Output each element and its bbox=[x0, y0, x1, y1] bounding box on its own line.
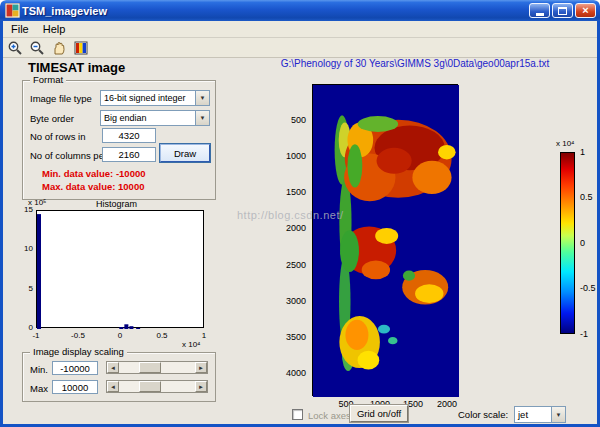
scaling-min-label: Min. bbox=[30, 364, 48, 375]
map-y-tick: 4000 bbox=[270, 368, 306, 378]
image-file-type-label: Image file type bbox=[30, 93, 92, 104]
page-title: TIMESAT image bbox=[28, 60, 125, 75]
color-scale-select[interactable]: jet ▼ bbox=[514, 406, 566, 423]
hist-x-tick: -0.5 bbox=[66, 331, 90, 340]
zoom-in-icon bbox=[7, 40, 23, 56]
chevron-down-icon[interactable]: ▼ bbox=[195, 111, 209, 125]
slider-track[interactable] bbox=[119, 381, 195, 392]
columns-label: No of columns per bbox=[30, 150, 107, 161]
byte-order-value: Big endian bbox=[101, 113, 195, 123]
slider-left-arrow-icon[interactable]: ◄ bbox=[107, 381, 119, 392]
slider-thumb[interactable] bbox=[139, 381, 161, 392]
byte-order-label: Byte order bbox=[30, 113, 74, 124]
hist-x-tick: -1 bbox=[24, 331, 48, 340]
min-data-value-text: Min. data value: -10000 bbox=[42, 168, 145, 179]
menu-help[interactable]: Help bbox=[36, 22, 73, 36]
map-y-tick: 1000 bbox=[270, 151, 306, 161]
scaling-max-label: Max bbox=[30, 383, 48, 394]
hist-x-exponent: x 10⁴ bbox=[182, 340, 201, 349]
pan-hand-icon bbox=[51, 40, 67, 56]
map-x-tick: 2000 bbox=[432, 399, 462, 409]
minimize-icon bbox=[536, 13, 544, 16]
hist-x-tick: 0.5 bbox=[150, 331, 174, 340]
histogram-bars bbox=[37, 211, 205, 329]
zoom-out-icon bbox=[29, 40, 45, 56]
close-button[interactable]: × bbox=[575, 3, 596, 18]
draw-button[interactable]: Draw bbox=[160, 144, 210, 162]
format-group-legend: Format bbox=[30, 74, 66, 85]
byte-order-select[interactable]: Big endian ▼ bbox=[100, 110, 210, 126]
slider-right-arrow-icon[interactable]: ► bbox=[195, 362, 207, 373]
scaling-min-input[interactable] bbox=[52, 361, 98, 375]
hist-y-tick: 15 bbox=[12, 205, 33, 214]
title-bar: TSM_imageview × bbox=[0, 0, 600, 21]
menu-bar: File Help bbox=[0, 21, 600, 38]
watermark-text: http://blog.csdn.net/ bbox=[237, 209, 344, 221]
toolbar bbox=[0, 38, 600, 58]
window-border-left bbox=[0, 21, 3, 427]
max-scale-slider[interactable]: ◄ ► bbox=[106, 380, 208, 393]
zoom-out-button[interactable] bbox=[27, 39, 46, 57]
maximize-icon bbox=[558, 7, 567, 15]
app-icon bbox=[5, 3, 20, 18]
lock-axes-label: Lock axes bbox=[308, 410, 351, 421]
image-file-type-select[interactable]: 16-bit signed integer ▼ bbox=[100, 90, 210, 106]
image-file-type-value: 16-bit signed integer bbox=[101, 93, 195, 103]
colorbar bbox=[560, 152, 575, 334]
scaling-group-legend: Image display scaling bbox=[30, 346, 127, 357]
app-window: TSM_imageview × File Help bbox=[0, 0, 600, 427]
map-y-tick: 3000 bbox=[270, 296, 306, 306]
scaling-max-input[interactable] bbox=[52, 380, 98, 394]
histogram-title: Histogram bbox=[96, 199, 137, 209]
slider-left-arrow-icon[interactable]: ◄ bbox=[107, 362, 119, 373]
pan-button[interactable] bbox=[49, 39, 68, 57]
file-path-text: G:\Phenology of 30 Years\GIMMS 3g\0Data\… bbox=[255, 58, 575, 69]
histogram-plot bbox=[36, 210, 204, 328]
maximize-button[interactable] bbox=[552, 3, 573, 18]
color-scale-value: jet bbox=[515, 409, 551, 420]
min-scale-slider[interactable]: ◄ ► bbox=[106, 361, 208, 374]
rows-input[interactable] bbox=[102, 128, 156, 143]
rows-label: No of rows in bbox=[30, 131, 85, 142]
hist-x-tick: 1 bbox=[192, 331, 216, 340]
color-scale-label: Color scale: bbox=[458, 409, 508, 420]
chevron-down-icon[interactable]: ▼ bbox=[195, 91, 209, 105]
map-y-tick: 2500 bbox=[270, 260, 306, 270]
world-map-image bbox=[313, 85, 459, 397]
colorbar-icon bbox=[73, 40, 89, 56]
hist-y-tick: 10 bbox=[12, 244, 33, 253]
map-y-tick: 2000 bbox=[270, 223, 306, 233]
map-plot[interactable] bbox=[312, 84, 458, 396]
slider-thumb[interactable] bbox=[139, 362, 161, 373]
hist-x-tick: 0 bbox=[108, 331, 132, 340]
window-title: TSM_imageview bbox=[22, 5, 107, 17]
image-display-scaling-group: Image display scaling bbox=[22, 352, 216, 402]
colorbar-button[interactable] bbox=[71, 39, 90, 57]
map-y-tick: 1500 bbox=[270, 187, 306, 197]
minimize-button[interactable] bbox=[529, 3, 550, 18]
chevron-down-icon[interactable]: ▼ bbox=[551, 407, 565, 422]
grid-onoff-button[interactable]: Grid on/off bbox=[350, 405, 408, 422]
colorbar-exponent: x 10⁴ bbox=[556, 139, 575, 148]
slider-right-arrow-icon[interactable]: ► bbox=[195, 381, 207, 392]
map-y-tick: 3500 bbox=[270, 332, 306, 342]
menu-file[interactable]: File bbox=[4, 22, 36, 36]
map-y-tick: 500 bbox=[270, 115, 306, 125]
slider-track[interactable] bbox=[119, 362, 195, 373]
lock-axes-checkbox[interactable] bbox=[292, 409, 303, 420]
hist-y-tick: 5 bbox=[12, 284, 33, 293]
columns-input[interactable] bbox=[102, 147, 156, 162]
close-icon: × bbox=[582, 5, 588, 16]
max-data-value-text: Max. data value: 10000 bbox=[42, 181, 144, 192]
zoom-in-button[interactable] bbox=[5, 39, 24, 57]
